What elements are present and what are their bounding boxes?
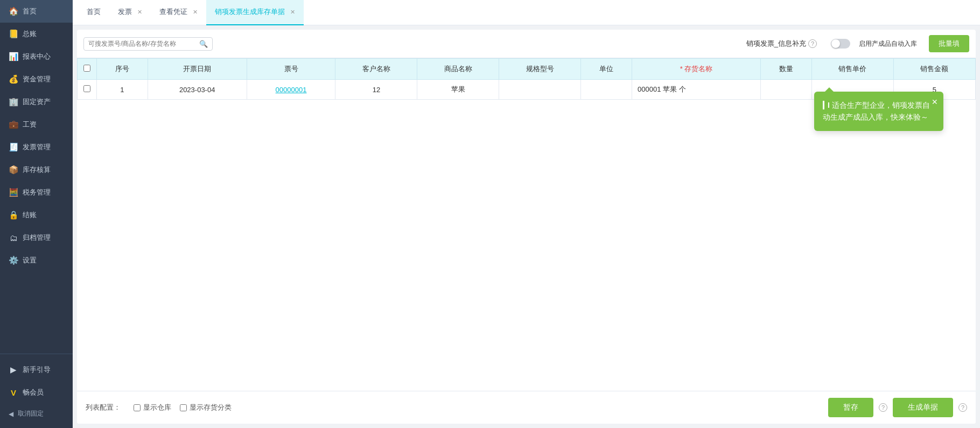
archive-icon: 🗂 (9, 233, 18, 243)
sidebar-item-home[interactable]: 🏠 首页 (0, 0, 73, 23)
sidebar-item-label: 总账 (23, 29, 37, 39)
cell-product: 苹果 (417, 80, 499, 100)
sidebar-item-invoice-mgmt[interactable]: 🧾 发票管理 (0, 136, 73, 158)
cell-seq: 1 (97, 80, 148, 100)
batch-fill-button[interactable]: 批量填 (929, 35, 969, 52)
fixed-assets-icon: 🏢 (9, 97, 18, 107)
sidebar-item-label: 新手引导 (23, 365, 51, 375)
row-checkbox[interactable] (83, 85, 90, 92)
tab-voucher[interactable]: 查看凭证 ✕ (151, 0, 206, 25)
th-seq: 序号 (97, 59, 148, 80)
sidebar-item-fixed-assets[interactable]: 🏢 固定资产 (0, 91, 73, 113)
main-area: 首页 发票 ✕ 查看凭证 ✕ 销项发票生成库存单据 ✕ 🔍 销项发票_信息补充 … (73, 0, 980, 428)
home-icon: 🏠 (9, 6, 18, 16)
sidebar-item-tax[interactable]: 🧮 税务管理 (0, 181, 73, 204)
member-icon: V (9, 388, 18, 397)
search-input[interactable] (88, 40, 196, 47)
th-checkbox (78, 59, 97, 80)
content-area: 🔍 销项发票_信息补充 ? 启用产成品自动入库 批量填 (77, 30, 976, 424)
cancel-pin[interactable]: ◀ 取消固定 (0, 404, 73, 424)
guide-icon: ▶ (9, 365, 18, 375)
th-amount: 销售金额 (893, 59, 975, 80)
th-quantity: 数量 (761, 59, 812, 80)
show-category-checkbox[interactable] (180, 404, 187, 411)
invoice-mgmt-icon: 🧾 (9, 142, 18, 152)
tab-voucher-close[interactable]: ✕ (193, 9, 198, 16)
cell-ticket-no[interactable]: 00000001 (247, 80, 335, 100)
sidebar-item-guide[interactable]: ▶ 新手引导 (0, 358, 73, 381)
ledger-icon: 📒 (9, 29, 18, 39)
pin-icon: ◀ (9, 410, 13, 418)
bottom-actions: 暂存 ? 生成单据 ? (828, 398, 967, 417)
tooltip-highlight: I (823, 101, 830, 109)
sidebar-item-label: 设置 (23, 256, 37, 265)
generate-info-icon[interactable]: ? (958, 403, 967, 412)
sidebar-item-funds[interactable]: 💰 资金管理 (0, 68, 73, 91)
show-warehouse-label: 显示仓库 (143, 403, 171, 412)
th-product: 商品名称 (417, 59, 499, 80)
tab-active-close[interactable]: ✕ (290, 9, 295, 16)
tab-invoice[interactable]: 发票 ✕ (109, 0, 151, 25)
select-all-checkbox[interactable] (83, 65, 90, 72)
payroll-icon: 💼 (9, 120, 18, 129)
tooltip-close-button[interactable]: ✕ (932, 96, 938, 108)
tab-home-label: 首页 (87, 7, 101, 17)
sidebar-item-label: 结账 (23, 210, 37, 220)
tab-voucher-label: 查看凭证 (159, 7, 187, 17)
search-icon: 🔍 (199, 40, 208, 48)
info-label-wrap: 销项发票_信息补充 ? (746, 39, 817, 49)
tooltip-text: 适合生产型企业，销项发票自动生成产成品入库，快来体验～ (823, 101, 930, 121)
th-unit: 单位 (581, 59, 632, 80)
show-warehouse-checkbox[interactable] (134, 404, 141, 411)
sidebar-item-label: 首页 (23, 6, 37, 16)
tab-invoice-close[interactable]: ✕ (137, 9, 142, 16)
sidebar-item-label: 库存核算 (23, 165, 51, 175)
sidebar-item-settings[interactable]: ⚙️ 设置 (0, 249, 73, 272)
save-button[interactable]: 暂存 (828, 398, 873, 417)
tab-active-label: 销项发票生成库存单据 (215, 7, 285, 17)
sidebar-item-archive[interactable]: 🗂 归档管理 (0, 226, 73, 249)
sidebar-item-label: 税务管理 (23, 188, 51, 197)
sidebar-item-close[interactable]: 🔒 结账 (0, 204, 73, 226)
sidebar-item-ledger[interactable]: 📒 总账 (0, 23, 73, 45)
sidebar-item-label: 固定资产 (23, 97, 51, 107)
cell-date: 2023-03-04 (148, 80, 247, 100)
show-warehouse-wrap: 显示仓库 (134, 403, 171, 412)
sidebar-item-member[interactable]: V 畅会员 (0, 381, 73, 404)
sidebar-item-inventory[interactable]: 📦 库存核算 (0, 158, 73, 181)
show-category-label: 显示存货分类 (190, 403, 232, 412)
bottom-bar: 列表配置： 显示仓库 显示存货分类 暂存 ? 生成单据 ? (77, 391, 976, 424)
info-label-text: 销项发票_信息补充 (746, 39, 806, 49)
info-question-icon[interactable]: ? (808, 39, 817, 48)
tax-icon: 🧮 (9, 188, 18, 197)
sidebar-item-reports[interactable]: 📊 报表中心 (0, 45, 73, 68)
toggle-label: 启用产成品自动入库 (859, 39, 917, 49)
sidebar-item-label: 畅会员 (23, 388, 44, 397)
toolbar: 🔍 销项发票_信息补充 ? 启用产成品自动入库 批量填 (77, 30, 976, 58)
th-date: 开票日期 (148, 59, 247, 80)
cell-inventory-name[interactable]: 000001 苹果 个 (632, 80, 761, 100)
th-customer: 客户名称 (335, 59, 417, 80)
show-category-wrap: 显示存货分类 (180, 403, 232, 412)
sidebar-item-label: 工资 (23, 120, 37, 129)
inventory-icon: 📦 (9, 165, 18, 175)
tab-active[interactable]: 销项发票生成库存单据 ✕ (206, 0, 304, 25)
tab-home[interactable]: 首页 (78, 0, 109, 25)
search-wrap[interactable]: 🔍 (83, 37, 213, 51)
th-ticket-no: 票号 (247, 59, 335, 80)
sidebar-item-label: 报表中心 (23, 52, 51, 61)
generate-button[interactable]: 生成单据 (893, 398, 953, 417)
tooltip-box: ✕ I 适合生产型企业，销项发票自动生成产成品入库，快来体验～ (814, 92, 943, 131)
sidebar-item-payroll[interactable]: 💼 工资 (0, 113, 73, 136)
save-info-icon[interactable]: ? (879, 403, 887, 412)
reports-icon: 📊 (9, 52, 18, 61)
cell-quantity (761, 80, 812, 100)
cancel-pin-label: 取消固定 (18, 409, 44, 418)
th-unit-price: 销售单价 (811, 59, 893, 80)
tab-bar: 首页 发票 ✕ 查看凭证 ✕ 销项发票生成库存单据 ✕ (73, 0, 980, 25)
auto-warehouse-toggle[interactable] (831, 39, 850, 49)
row-checkbox-cell (78, 80, 97, 100)
close-accounts-icon: 🔒 (9, 210, 18, 220)
sidebar-item-label: 发票管理 (23, 142, 51, 152)
cell-model (499, 80, 581, 100)
